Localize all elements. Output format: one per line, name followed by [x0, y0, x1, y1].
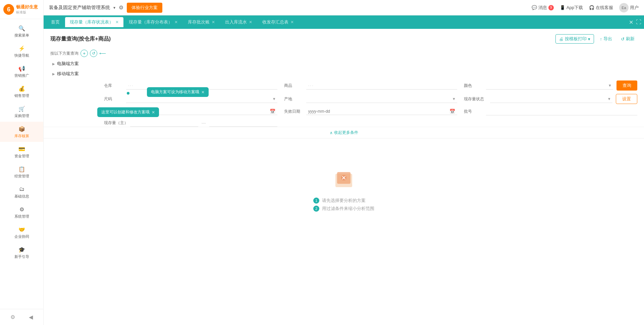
sidebar-label-operation: 经营管理: [14, 174, 29, 179]
sidebar-item-enterprise[interactable]: 🤝 企业协同: [0, 222, 43, 242]
inventory-icon: 📦: [18, 125, 25, 132]
tab-collect-summary[interactable]: 收发存汇总表 ✕: [258, 17, 299, 27]
settings-icon[interactable]: ⚙: [9, 313, 16, 322]
tooltip-create: 这里可以创建和修改方案哦 ✕: [97, 107, 159, 117]
refresh-icon: ↺: [621, 37, 625, 42]
tab-close-inventory-dist[interactable]: ✕: [174, 20, 178, 24]
reset-btn[interactable]: 设置: [616, 94, 637, 104]
app-download-btn[interactable]: 📱 App下载: [560, 5, 583, 11]
brand-name: 畅通好生意: [16, 4, 38, 10]
field-stock-status: 现存量状态 ▾ 设置: [464, 94, 637, 104]
tab-fullscreen-icon[interactable]: ⛶: [636, 19, 641, 25]
sidebar-item-purchase[interactable]: 🛒 采购管理: [0, 102, 43, 122]
exp-date-text[interactable]: [308, 109, 450, 114]
field-batch: 批号: [464, 107, 637, 115]
tab-home[interactable]: 首页: [46, 17, 64, 27]
message-btn[interactable]: 💬 消息 9: [532, 5, 554, 11]
mobile-triangle-icon: ▶: [52, 72, 55, 76]
logo-icon: 6: [3, 4, 14, 15]
empty-state: 请先选择要分析的方案 用过滤条件来缩小分析范围: [44, 139, 644, 240]
mobile-scheme-group: ▶ 移动端方案: [50, 70, 637, 78]
sidebar-label-finance: 资金管理: [14, 154, 29, 159]
mobile-scheme-header[interactable]: ▶ 移动端方案: [50, 70, 637, 78]
finance-icon: 💳: [18, 145, 25, 153]
message-label: 消息: [538, 5, 547, 11]
sidebar-item-search[interactable]: 🔍 搜索菜单: [0, 21, 43, 41]
export-btn[interactable]: ↑ 导出: [597, 35, 615, 43]
stock-status-select[interactable]: ▾: [490, 95, 612, 103]
operation-icon: 📋: [18, 165, 25, 173]
sidebar-item-basic[interactable]: 🗂 基础信息: [0, 182, 43, 202]
print-btn[interactable]: 🖨 按模板打印 ▾: [555, 34, 594, 44]
back-arrow-btn[interactable]: ⟵: [99, 51, 106, 56]
online-service-btn[interactable]: 🎧 在线客服: [589, 5, 613, 11]
tooltip-scheme-close[interactable]: ✕: [201, 90, 205, 95]
exp-cal-icon[interactable]: 📅: [449, 109, 455, 114]
tab-inout-flow[interactable]: 出入库流水 ✕: [220, 17, 257, 27]
sidebar-item-inventory[interactable]: 📦 库存核算: [0, 122, 43, 142]
color-chevron: ▾: [609, 83, 611, 88]
app-download-label: App下载: [567, 5, 583, 11]
tab-collect-summary-label: 收发存汇总表: [262, 19, 288, 25]
color-select[interactable]: ▾: [486, 82, 613, 90]
sidebar-item-operation[interactable]: 📋 经营管理: [0, 162, 43, 182]
trial-btn[interactable]: 体验行业方案: [127, 3, 162, 13]
origin-select[interactable]: ▾: [306, 95, 458, 103]
tab-close-all-icon[interactable]: ✕: [629, 19, 633, 25]
basic-icon: 🗂: [18, 185, 25, 193]
sales-icon: 💰: [18, 85, 25, 92]
tab-batch-ledger[interactable]: 库存批次账 ✕: [183, 17, 220, 27]
tab-batch-ledger-label: 库存批次账: [188, 19, 210, 25]
sidebar-item-finance[interactable]: 💳 资金管理: [0, 142, 43, 162]
add-scheme-btn[interactable]: +: [80, 50, 88, 57]
sidebar-item-system[interactable]: ⚙ 系统管理: [0, 202, 43, 222]
system-title: 装备及固定资产辅助管理系统: [49, 5, 110, 11]
pc-scheme-header[interactable]: ▶ 电脑端方案: [50, 60, 97, 68]
sidebar-item-guide[interactable]: 🎓 新手引导: [0, 242, 43, 263]
tab-inventory-status[interactable]: 现存量（库存状况表） ✕: [65, 17, 123, 27]
tab-close-inout-flow[interactable]: ✕: [249, 20, 252, 24]
search-btn[interactable]: 查询: [616, 80, 637, 91]
pc-scheme-label: 电脑端方案: [57, 61, 79, 67]
sidebar-item-sales[interactable]: 💰 销售管理: [0, 82, 43, 102]
goods-select[interactable]: ···: [306, 82, 458, 90]
stock-min-input[interactable]: [130, 119, 198, 127]
tab-bar: 首页 现存量（库存状况表） ✕ 现存量（库存分布表） ✕ 库存批次账 ✕ 出入库…: [44, 15, 644, 29]
tab-close-batch-ledger[interactable]: ✕: [212, 20, 215, 24]
tooltip-create-close[interactable]: ✕: [152, 110, 155, 115]
app-icon: 📱: [560, 5, 565, 10]
sidebar-bottom: ⚙ ◀: [0, 309, 43, 325]
triangle-icon: ▶: [52, 62, 55, 66]
sidebar-item-marketing[interactable]: 📢 营销推广: [0, 61, 43, 82]
stock-max-input[interactable]: [209, 119, 277, 127]
sidebar-item-nav[interactable]: ⚡ 快捷导航: [0, 41, 43, 61]
batch-input[interactable]: [486, 107, 637, 115]
user-btn[interactable]: Ea 用户: [619, 3, 639, 12]
collapse-sidebar-icon[interactable]: ◀: [28, 313, 34, 322]
nav-icon: ⚡: [18, 45, 25, 52]
collapse-bar[interactable]: ∧ 收起更多条件: [44, 127, 644, 138]
scheme-group: ▶ 电脑端方案: [50, 60, 637, 68]
header-right: 💬 消息 9 📱 App下载 🎧 在线客服 Ea 用户: [532, 3, 639, 12]
sidebar-label-basic: 基础信息: [14, 194, 29, 199]
service-icon: 🎧: [589, 5, 594, 10]
page-title: 现存量查询(按仓库+商品): [50, 36, 111, 43]
tab-close-inventory-status[interactable]: ✕: [115, 20, 119, 24]
refresh-scheme-btn[interactable]: ↺: [90, 50, 97, 57]
empty-tips: 请先选择要分析的方案 用过滤条件来缩小分析范围: [313, 198, 374, 214]
collapse-label: 收起更多条件: [334, 130, 358, 136]
refresh-btn[interactable]: ↺ 刷新: [618, 35, 637, 43]
guide-icon: 🎓: [18, 246, 25, 253]
sidebar-label-marketing: 营销推广: [14, 73, 29, 78]
mfg-cal-icon[interactable]: 📅: [270, 109, 275, 114]
filter-area: 按以下方案查询 + ↺ ⟵ ▶ 电脑端方案: [44, 46, 644, 78]
tab-close-collect-summary[interactable]: ✕: [290, 20, 294, 24]
header-gear-icon[interactable]: ⚙: [119, 4, 123, 11]
field-goods: 商品 ···: [284, 80, 458, 91]
tab-inventory-dist[interactable]: 现存量（库存分布表） ✕: [124, 17, 182, 27]
content-inner: 现存量查询(按仓库+商品) 🖨 按模板打印 ▾ ↑ 导出 ↺ 刷新: [44, 29, 644, 325]
filter-fields: 仓库 ··· 商品 ··· 颜色: [44, 78, 644, 127]
exp-date-input[interactable]: 📅: [306, 108, 458, 115]
system-dropdown-icon[interactable]: ▾: [113, 5, 115, 10]
tooltip-create-text: 这里可以创建和修改方案哦: [101, 109, 150, 115]
